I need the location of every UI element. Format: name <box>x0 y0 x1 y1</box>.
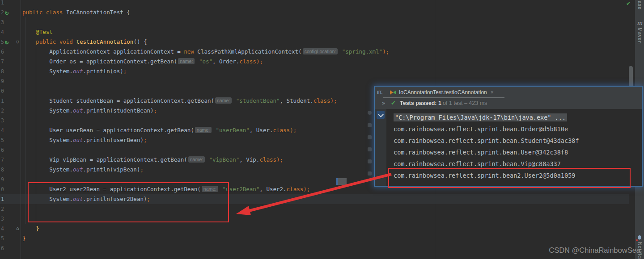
test-status-bar: » ✔ Tests passed: 1 of 1 test – 423 ms <box>375 98 642 109</box>
console-gutter-strip <box>375 109 386 186</box>
console-line[interactable]: "C:\Program Files\Java\jdk-17\bin\java.e… <box>394 112 640 123</box>
console-line[interactable]: com.rainbowsea.reflect.sprint.bean.Stude… <box>394 135 640 146</box>
code-line[interactable]: 1 <box>0 0 629 8</box>
code-text: } <box>22 234 26 243</box>
tool-button-database-fragment[interactable]: ase <box>637 1 643 10</box>
code-line[interactable]: 2↻public class IoCAnnotationTest { <box>0 8 629 17</box>
line-number: 7 <box>1 155 4 165</box>
ide-window: 12↻public class IoCAnnotationTest {34 @T… <box>0 0 644 259</box>
line-number: 6 <box>1 243 4 253</box>
line-number: 3 <box>1 17 4 27</box>
code-line[interactable]: 5} <box>0 234 629 243</box>
code-text: System.out.println(os); <box>22 67 127 76</box>
test-run-tab-label: IoCAnnotationTest.testIoCAnnotation <box>399 89 487 96</box>
run-window-label: in: <box>377 89 383 95</box>
watermark-text: CSDN @ChinaRainbowSea <box>549 246 640 255</box>
code-line[interactable]: 3 <box>0 17 629 27</box>
code-line[interactable]: 4 @Test <box>0 27 629 37</box>
code-text: public void testIoCAnnotation() { <box>22 37 147 47</box>
code-text: Order os = applicationContext.getBean(na… <box>22 57 263 67</box>
tool-button-maven[interactable]: Maven <box>637 28 643 44</box>
code-text: Student studentBean = applicationContext… <box>22 96 337 106</box>
code-line[interactable]: 4⌂ } <box>0 224 629 234</box>
line-number: 2 <box>1 8 4 17</box>
code-line[interactable]: 7 Order os = applicationContext.getBean(… <box>0 57 629 67</box>
background-toolbar-icon <box>368 135 372 139</box>
background-toolbar-icon <box>368 147 372 151</box>
line-number: 5 <box>1 234 4 243</box>
junit-run-config-icon <box>390 90 396 95</box>
code-line[interactable]: 9 <box>0 76 629 86</box>
line-number: 9 <box>1 175 4 184</box>
tests-passed-text: Tests passed: 1 <box>400 100 441 106</box>
code-text: Vip vipBean = applicationContext.getBean… <box>22 155 283 165</box>
console-line[interactable]: com.rainbowsea.reflect.sprint.bean.Order… <box>394 123 640 135</box>
line-number: 5 <box>1 135 4 145</box>
line-number: 6 <box>1 145 4 155</box>
fold-marker-icon[interactable]: ⌂ <box>16 224 19 234</box>
expand-chevrons-icon[interactable]: » <box>382 100 385 106</box>
notification-badge <box>636 239 638 241</box>
line-number: 2 <box>1 204 4 214</box>
line-number: 3 <box>1 214 4 224</box>
code-text: @Test <box>22 27 53 37</box>
editor-scrollbar[interactable] <box>629 66 633 88</box>
fold-marker-icon[interactable]: ⌂ <box>16 37 19 47</box>
code-text: User userBean = applicationContext.getBe… <box>22 125 297 135</box>
maven-icon: m <box>637 20 642 26</box>
console-line[interactable]: com.rainbowsea.reflect.sprint.bean.User@… <box>394 146 640 158</box>
code-text: System.out.println(vipBean); <box>22 165 144 175</box>
run-test-icon[interactable]: ↻ <box>5 8 8 17</box>
code-text: } <box>22 224 39 234</box>
code-line[interactable]: 6 ApplicationContext applicationContext … <box>0 47 629 57</box>
test-run-tab[interactable]: IoCAnnotationTest.testIoCAnnotation × <box>390 88 494 97</box>
line-number: 5 <box>1 37 4 47</box>
line-number: 1 <box>1 96 4 106</box>
line-number: 0 <box>1 86 4 96</box>
line-number: 8 <box>1 165 4 175</box>
line-number: 6 <box>1 47 4 57</box>
line-number: 1 <box>1 0 4 8</box>
background-toolbar-icon <box>368 159 372 163</box>
line-number: 0 <box>1 184 4 194</box>
background-toolbar-icon <box>368 123 372 127</box>
annotation-box-console <box>388 168 631 188</box>
line-number: 3 <box>1 116 4 125</box>
code-text: System.out.println(studentBean); <box>22 106 157 116</box>
line-number: 4 <box>1 125 4 135</box>
close-icon[interactable]: × <box>491 89 494 96</box>
tests-passed-details: of 1 test – 423 ms <box>443 100 487 106</box>
code-text: ApplicationContext applicationContext = … <box>22 47 389 57</box>
code-text: System.out.println(userBean); <box>22 135 147 145</box>
code-line[interactable]: 8 System.out.println(os); <box>0 67 629 76</box>
line-number: 1 <box>1 194 4 204</box>
line-number: 9 <box>1 76 4 86</box>
background-toolbar-icon <box>368 111 372 115</box>
line-number: 8 <box>1 67 4 76</box>
tests-passed-check-icon: ✔ <box>391 100 396 106</box>
code-line[interactable]: 6 <box>0 243 629 253</box>
line-number: 2 <box>1 106 4 116</box>
run-test-icon[interactable]: ↻ <box>5 37 8 47</box>
window-corner-fragment <box>336 178 347 185</box>
line-number: 4 <box>1 27 4 37</box>
code-line[interactable]: 5↻⌂ public void testIoCAnnotation() { <box>0 37 629 47</box>
line-number: 4 <box>1 224 4 234</box>
inspections-ok-icon: ✔ <box>626 0 631 7</box>
annotation-box-code <box>28 182 229 222</box>
background-toolbar-icon <box>368 171 372 175</box>
line-number: 7 <box>1 57 4 67</box>
code-text: public class IoCAnnotationTest { <box>22 8 130 17</box>
collapse-chevron-icon[interactable] <box>377 111 385 119</box>
